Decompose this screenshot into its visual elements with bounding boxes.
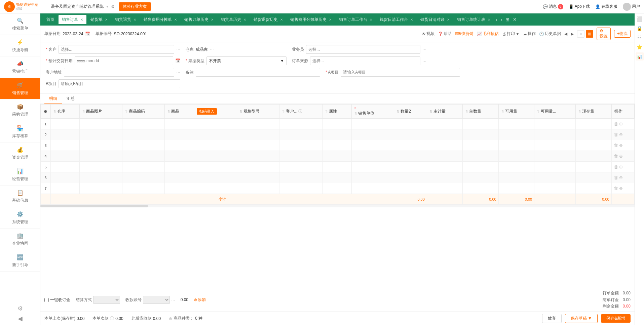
online-service-btn[interactable]: 👤 在线客服 [595, 4, 617, 9]
b-project-input[interactable] [59, 79, 180, 88]
tab-close-icon[interactable]: ✕ [134, 18, 136, 22]
cell-image[interactable] [80, 129, 122, 140]
payment-select[interactable] [93, 296, 120, 304]
tab-sales-return[interactable]: 销货单 ✕ [87, 15, 111, 24]
col-settings-icon[interactable]: ⚙ [44, 109, 47, 114]
view-grid-icon[interactable]: ⊞ [586, 30, 593, 38]
date-picker-icon[interactable]: 📅 [175, 58, 180, 63]
sidebar-item-search[interactable]: 🔍 搜索菜单 [0, 13, 40, 35]
cell-qty2[interactable] [394, 151, 427, 162]
sidebar-item-inventory[interactable]: 🏪 库存核算 [0, 121, 40, 143]
cell-qty2[interactable] [394, 162, 427, 172]
table-container[interactable]: ⚙ ⇅仓库 ⇅商品图片 ⇅商品编码 [40, 104, 635, 288]
cell-stock[interactable] [576, 119, 611, 129]
cell-qty2[interactable] [394, 140, 427, 151]
cell-attributes[interactable] [323, 151, 351, 162]
customer-more-icon[interactable]: ··· [176, 47, 180, 52]
tab-sales-refund-history[interactable]: 销货退货历史 ✕ [250, 15, 286, 24]
row-copy-icon[interactable]: ⊕ [619, 164, 623, 169]
tab-close-icon[interactable]: ✕ [105, 18, 108, 22]
print-btn[interactable]: 🖨 打印 ▼ [502, 31, 520, 37]
row-delete-icon[interactable]: 🗑 [614, 121, 618, 126]
cell-customer-code[interactable] [279, 140, 323, 151]
cell-attributes[interactable] [323, 129, 351, 140]
tab-next-btn[interactable]: › [499, 17, 504, 22]
tab-close-icon[interactable]: ✕ [174, 18, 177, 22]
sidebar-item-system[interactable]: ⚙️ 系统管理 [0, 207, 40, 229]
cell-main-unit[interactable] [427, 183, 462, 194]
tab-close-icon[interactable]: ✕ [488, 18, 490, 22]
shortcut-btn[interactable]: ⌨ 快捷键 [455, 31, 473, 37]
col-settings[interactable]: ⚙ [41, 105, 51, 119]
sidebar-item-marketing[interactable]: 📣 营销推广 [0, 56, 40, 78]
sidebar-item-basic[interactable]: 📋 基础信息 [0, 186, 40, 207]
tab-close-icon[interactable]: ✕ [329, 18, 332, 22]
cell-unit[interactable] [351, 129, 394, 140]
cell-stock[interactable] [576, 129, 611, 140]
cell-image[interactable] [80, 140, 122, 151]
cell-main-qty[interactable] [463, 162, 498, 172]
tab-sales-refund[interactable]: 销货退货 ✕ [112, 15, 140, 24]
tab-home[interactable]: 首页 [43, 15, 58, 24]
right-panel-icon-3[interactable]: ☷ [636, 34, 644, 42]
cell-main-qty[interactable] [463, 151, 498, 162]
cell-image[interactable] [80, 151, 122, 162]
right-panel-icon-5[interactable]: 📊 [636, 52, 644, 60]
order-source-input[interactable] [310, 56, 420, 65]
cell-customer-code[interactable] [279, 119, 323, 129]
invoice-select[interactable]: 不开票 ▼ [206, 56, 287, 65]
add-btn[interactable]: ⊕ 添加 [194, 297, 206, 303]
cell-scan[interactable] [194, 183, 237, 194]
customer-input[interactable] [59, 45, 174, 54]
row-copy-icon[interactable]: ⊕ [619, 186, 623, 191]
operation-btn[interactable]: ☁ 操作 [523, 31, 536, 37]
row-copy-icon[interactable]: ⊕ [619, 132, 623, 137]
cell-warehouse[interactable] [51, 151, 80, 162]
cell-goods[interactable] [165, 151, 194, 162]
salesperson-input[interactable] [306, 45, 420, 54]
history-btn[interactable]: 🕐 历史单据 [539, 31, 561, 37]
cell-code[interactable] [122, 183, 164, 194]
cell-customer-code[interactable] [279, 162, 323, 172]
row-copy-icon[interactable]: ⊕ [619, 143, 623, 148]
cell-goods[interactable] [165, 162, 194, 172]
cell-unit[interactable] [351, 119, 394, 129]
cell-code[interactable] [122, 119, 164, 129]
cell-scan[interactable] [194, 162, 237, 172]
cell-main-qty[interactable] [463, 119, 498, 129]
scan-button[interactable]: 扫码录入 [197, 108, 217, 115]
row-delete-icon[interactable]: 🗑 [614, 186, 618, 191]
cell-available[interactable] [498, 129, 534, 140]
cell-spec[interactable] [237, 129, 279, 140]
view-list-icon[interactable]: ≡ [577, 30, 584, 38]
profit-btn[interactable]: 📈 毛利预估 [477, 31, 499, 37]
cell-available[interactable] [498, 162, 534, 172]
tab-sales-stats[interactable]: 销售订单统计表 ✕ [454, 15, 494, 24]
cell-available[interactable] [498, 172, 534, 183]
cell-stock[interactable] [576, 162, 611, 172]
row-delete-icon[interactable]: 🗑 [614, 164, 618, 169]
cell-goods[interactable] [165, 140, 194, 151]
scrollbar-thumb[interactable] [40, 205, 148, 207]
sidebar-item-shortcuts[interactable]: ⚡ 快捷导航 [0, 35, 40, 56]
tab-prev-btn[interactable]: ‹ [494, 17, 499, 22]
cell-warehouse[interactable] [51, 183, 80, 194]
cell-image[interactable] [80, 119, 122, 129]
cell-customer-code[interactable] [279, 183, 323, 194]
sidebar-item-finance[interactable]: 💰 资金管理 [0, 143, 40, 164]
cell-unit[interactable] [351, 140, 394, 151]
cell-attributes[interactable] [323, 162, 351, 172]
cell-code[interactable] [122, 151, 164, 162]
cell-scan[interactable] [194, 151, 237, 162]
cell-main-qty[interactable] [463, 172, 498, 183]
cell-unit[interactable] [351, 183, 394, 194]
app-download-btn[interactable]: 📱 App下载 [569, 4, 590, 9]
discard-btn[interactable]: 放弃 [542, 314, 562, 323]
cell-available2[interactable] [534, 162, 576, 172]
tab-close-icon[interactable]: ✕ [410, 18, 413, 22]
sidebar-collapse-icon[interactable]: ◀ [18, 315, 23, 322]
cell-spec[interactable] [237, 140, 279, 151]
cell-available2[interactable] [534, 151, 576, 162]
cell-stock[interactable] [576, 172, 611, 183]
cell-main-qty[interactable] [463, 129, 498, 140]
